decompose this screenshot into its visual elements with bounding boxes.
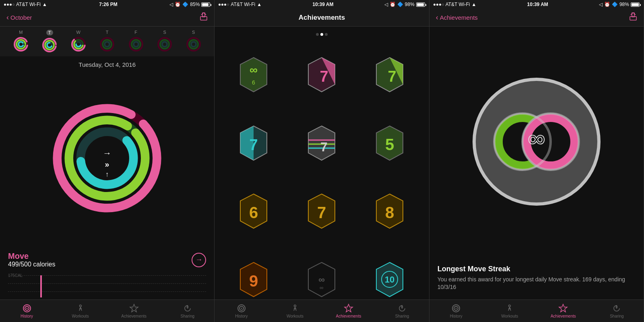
day-label-t: T (46, 30, 53, 35)
achievements-icon-1 (129, 303, 139, 313)
chevron-left-icon-3: ‹ (436, 13, 438, 22)
history-icon-3 (451, 303, 461, 313)
battery-icon-2 (416, 2, 425, 7)
badge-cell-11[interactable]: ∞ ∞ (289, 247, 354, 299)
svg-point-94 (294, 305, 296, 307)
status-right-2: ◁ ⏰ 🔷 98% (384, 2, 425, 7)
achievements-grid: ∞ 6 7 7 (219, 41, 424, 299)
svg-point-43 (26, 308, 27, 309)
ring-small-t (41, 37, 58, 53)
tab-bar-1: History Workouts Achievements Sharing (0, 299, 214, 322)
signal-dot (227, 4, 229, 6)
chart-area: 175CAL (0, 271, 214, 299)
svg-point-109 (456, 308, 457, 309)
activity-content: M T (0, 27, 214, 299)
panel-achievements-grid: AT&T Wi-Fi ▲ 10:39 AM ◁ ⏰ 🔷 98% Achievem… (215, 0, 429, 322)
scroll-indicator (219, 31, 424, 39)
badge-cell-4[interactable]: 7 (221, 110, 286, 175)
history-icon-1 (22, 303, 32, 313)
tab-history-label-3: History (450, 314, 462, 318)
tab-history-2[interactable]: History (215, 300, 268, 322)
tab-achievements-1[interactable]: Achievements (107, 300, 161, 322)
wifi-icon-1: ▲ (42, 2, 47, 7)
tab-sharing-label-1: Sharing (181, 314, 194, 318)
badge-cell-7[interactable]: 6 (221, 179, 286, 244)
battery-percent-2: 98% (405, 2, 415, 7)
tab-workouts-1[interactable]: Workouts (54, 300, 107, 322)
ring-small-w (70, 36, 87, 52)
badge-7-pink: 7 (305, 56, 339, 94)
achievement-info: Longest Move Streak You earned this awar… (429, 258, 644, 299)
badge-striped: 7 (305, 124, 339, 162)
tab-bar-2: History Workouts Achievements Sharing (215, 299, 429, 322)
sharing-icon-2 (397, 303, 407, 313)
tab-achievements-2[interactable]: Achievements (322, 300, 375, 322)
badge-cell-12[interactable]: 10 (357, 247, 422, 299)
svg-text:7: 7 (317, 204, 326, 221)
badge-7-green: 7 (373, 56, 407, 94)
day-item-m[interactable]: M (13, 30, 29, 53)
badge-infinity-green: ∞ 6 (237, 56, 271, 94)
tab-sharing-3[interactable]: Sharing (590, 300, 644, 322)
badge-cell-10[interactable]: 9 (221, 247, 286, 299)
day-item-s2[interactable]: S (186, 30, 202, 53)
scroll-dot (325, 33, 328, 36)
day-item-w[interactable]: W (70, 30, 87, 53)
bluetooth-icon-3: 🔷 (612, 2, 618, 7)
share-button-1[interactable] (200, 12, 208, 23)
tab-workouts-label-3: Workouts (501, 314, 518, 318)
tab-achievements-label-2: Achievements (336, 314, 361, 318)
svg-text:∞: ∞ (318, 275, 325, 285)
day-label-m: M (19, 30, 23, 35)
move-detail-button[interactable]: → (192, 253, 206, 267)
badge-6-gold: 6 (237, 192, 271, 230)
chart-value-label: 175CAL (8, 273, 23, 278)
signal-dots-2 (219, 4, 229, 6)
badge-cell-1[interactable]: ∞ 6 (221, 42, 286, 107)
tab-workouts-2[interactable]: Workouts (268, 300, 322, 322)
badge-cell-8[interactable]: 7 (289, 179, 354, 244)
badge-cell-6[interactable]: 5 (357, 110, 422, 175)
ring-small-s2 (186, 36, 202, 52)
workouts-icon-1 (76, 303, 85, 313)
svg-text:6: 6 (249, 204, 258, 221)
back-button-3[interactable]: ‹ Achievements (436, 13, 478, 22)
move-calories: 499/500 calories (8, 261, 55, 268)
day-item-s1[interactable]: S (157, 30, 173, 53)
badge-cell-5[interactable]: 7 (289, 110, 354, 175)
tab-history-1[interactable]: History (0, 300, 54, 322)
tab-achievements-3[interactable]: Achievements (537, 300, 590, 322)
nav-title-2: Achievements (221, 14, 422, 22)
share-button-3[interactable] (629, 12, 637, 23)
badge-cell-2[interactable]: 7 (289, 42, 354, 107)
day-item-th[interactable]: T (99, 30, 115, 53)
badge-9-orange: 9 (237, 260, 271, 299)
tab-sharing-1[interactable]: Sharing (161, 300, 214, 322)
move-row: Move 499/500 calories → (8, 252, 206, 268)
history-icon-2 (237, 303, 246, 313)
bluetooth-icon-1: 🔷 (182, 2, 188, 7)
workouts-icon-2 (290, 303, 300, 313)
signal-dot (442, 4, 444, 6)
svg-point-31 (191, 42, 196, 47)
bluetooth-icon-2: 🔷 (397, 2, 403, 7)
tab-sharing-2[interactable]: Sharing (376, 300, 429, 322)
status-left-2: AT&T Wi-Fi ▲ (219, 2, 262, 7)
carrier-1: AT&T Wi-Fi (16, 2, 41, 7)
tab-history-3[interactable]: History (429, 300, 483, 322)
back-button-1[interactable]: ‹ October (6, 13, 32, 22)
badge-cell-3[interactable]: 7 (357, 42, 422, 107)
day-item-f[interactable]: F (128, 30, 144, 53)
tab-history-label-2: History (235, 314, 248, 318)
svg-text:→: → (103, 149, 111, 158)
workouts-icon-3 (505, 303, 514, 313)
badge-cell-9[interactable]: 8 (357, 179, 422, 244)
big-ring: → » ↑ (51, 102, 163, 216)
tab-workouts-3[interactable]: Workouts (483, 300, 537, 322)
battery-icon-1 (201, 2, 210, 7)
big-badge-infinity: ∞ (468, 73, 605, 212)
week-strip: M T (0, 27, 214, 56)
day-item-t[interactable]: T (41, 30, 58, 53)
big-ring-container: → » ↑ (0, 71, 214, 247)
status-right-1: ◁ ⏰ 🔷 85% (169, 2, 210, 7)
